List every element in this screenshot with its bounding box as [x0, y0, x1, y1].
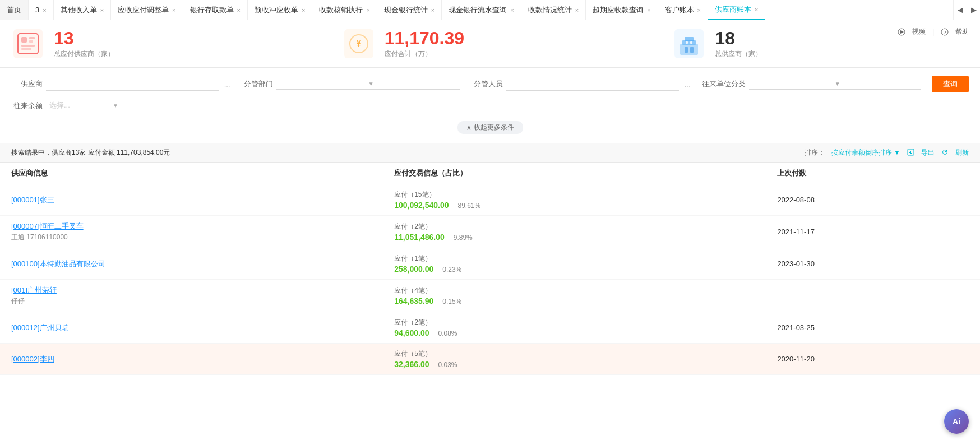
pay-info-3: 应付（1笔） 258,000.00 0.23%: [394, 254, 777, 274]
sort-select[interactable]: 按应付余额倒序排序 ▼: [831, 148, 900, 157]
stat-number-2: 11,170.39: [385, 29, 464, 47]
supplier-dots[interactable]: ...: [224, 80, 230, 89]
supplier-input[interactable]: [46, 77, 219, 91]
stat-block-1: 13 总应付供应商（家）: [11, 27, 308, 61]
result-actions: 排序： 按应付余额倒序排序 ▼ 导出 刷新: [805, 148, 969, 157]
stat-divider-1: [325, 27, 325, 61]
supplier-info-2: [000007]恒旺二手叉车 王通 17106110000: [11, 221, 394, 242]
svg-text:¥: ¥: [356, 39, 361, 48]
dept-select[interactable]: ▼: [276, 78, 461, 90]
ai-button[interactable]: Ai: [944, 409, 969, 434]
svg-text:?: ?: [943, 30, 946, 35]
nav-customer-ledger[interactable]: 客户账本 ×: [658, 0, 708, 20]
nav-next-arrow[interactable]: ▶: [967, 0, 980, 20]
nav-bank-deposit[interactable]: 银行存取款单 ×: [183, 0, 248, 20]
svg-rect-13: [685, 37, 694, 41]
svg-rect-15: [690, 47, 694, 53]
supplier-info-3: [000100]本特勤油品有限公司: [11, 259, 394, 269]
last-pay-2: 2021-11-17: [777, 228, 969, 236]
nav-collect-stat[interactable]: 收款情况统计 ×: [521, 0, 586, 20]
nav-other-income[interactable]: 其他收入单 ×: [54, 0, 111, 20]
close-icon[interactable]: ×: [755, 6, 758, 13]
collapse-label: 收起更多条件: [474, 123, 514, 132]
supplier-link-4[interactable]: [001]广州荣轩: [11, 285, 394, 295]
sort-arrow-icon: ▼: [894, 149, 900, 156]
supplier-link-3[interactable]: [000100]本特勤油品有限公司: [11, 259, 394, 269]
dept-label: 分管部门: [242, 79, 273, 89]
supplier-link-1[interactable]: [000001]张三: [11, 195, 394, 205]
nav-arrows: ◀ ▶: [953, 0, 980, 20]
close-icon[interactable]: ×: [172, 7, 175, 13]
help-btn[interactable]: 帮助: [955, 27, 969, 36]
refresh-button[interactable]: 刷新: [955, 148, 969, 157]
balance-value: 选择...: [49, 100, 113, 110]
stat-number-1: 13: [54, 29, 114, 47]
pay-label-1: 应付（15笔）: [394, 190, 777, 200]
balance-select[interactable]: 选择... ▼: [46, 98, 179, 113]
pay-percent-3: 0.23%: [442, 266, 461, 274]
dept-field: 分管部门 ▼: [242, 78, 461, 90]
supplier-label: 供应商: [11, 79, 43, 89]
nav-tab-3[interactable]: 3 ×: [29, 0, 54, 20]
table-row[interactable]: [001]广州荣轩 仔仔 应付（4笔） 164,635.90 0.15%: [0, 280, 980, 312]
header-actions: 视频 | ? 帮助: [898, 27, 969, 36]
close-icon[interactable]: ×: [510, 7, 514, 13]
nav-ar-ap-adjust[interactable]: 应收应付调整单 ×: [111, 0, 183, 20]
supplier-link-6[interactable]: [000002]李四: [11, 354, 394, 364]
nav-advance-collect[interactable]: 预收冲应收单 ×: [248, 0, 312, 20]
table-row[interactable]: [000012]广州贝瑞 应付（2笔） 94,600.00 0.08% 2021…: [0, 312, 980, 344]
person-field: 分管人员 ...: [471, 77, 691, 91]
nav-home[interactable]: 首页: [0, 0, 29, 20]
unit-category-select[interactable]: ▼: [749, 78, 921, 90]
video-btn[interactable]: 视频: [912, 27, 926, 36]
table-row[interactable]: [000100]本特勤油品有限公司 应付（1笔） 258,000.00 0.23…: [0, 248, 980, 280]
last-pay-6: 2020-11-20: [777, 355, 969, 363]
unit-category-label: 往来单位分类: [702, 79, 746, 89]
export-button[interactable]: 导出: [921, 148, 935, 157]
pay-amount-row-6: 32,366.00 0.03%: [394, 360, 777, 369]
nav-overdue-query[interactable]: 超期应收款查询 ×: [586, 0, 658, 20]
close-icon[interactable]: ×: [366, 7, 369, 13]
stat-content-3: 18 总供应商（家）: [715, 29, 762, 59]
nav-cash-bank-stat[interactable]: 现金银行统计 ×: [377, 0, 442, 20]
pay-label-3: 应付（1笔）: [394, 254, 777, 263]
result-summary: 搜索结果中，供应商13家 应付金额 111,703,854.00元: [11, 149, 170, 156]
balance-label: 往来余额: [11, 101, 43, 111]
nav-cash-bank-flow[interactable]: 现金银行流水查询 ×: [442, 0, 521, 20]
supplier-link-5[interactable]: [000012]广州贝瑞: [11, 323, 394, 333]
last-pay-1: 2022-08-08: [777, 196, 969, 204]
close-icon[interactable]: ×: [237, 7, 241, 13]
pay-percent-5: 0.08%: [438, 330, 457, 337]
svg-rect-5: [21, 45, 35, 47]
nav-collect-verify[interactable]: 收款核销执行 ×: [312, 0, 377, 20]
pay-label-4: 应付（4笔）: [394, 286, 777, 295]
close-icon[interactable]: ×: [575, 7, 579, 13]
collapse-button[interactable]: ∧ 收起更多条件: [457, 121, 523, 134]
nav-prev-arrow[interactable]: ◀: [953, 0, 967, 20]
pay-amount-6: 32,366.00: [394, 360, 429, 369]
nav-supplier-ledger[interactable]: 供应商账本 ×: [708, 0, 765, 20]
person-input[interactable]: [506, 77, 679, 91]
result-bar: 搜索结果中，供应商13家 应付金额 111,703,854.00元 排序： 按应…: [0, 143, 980, 163]
svg-rect-3: [29, 37, 35, 39]
close-icon[interactable]: ×: [431, 7, 434, 13]
close-icon[interactable]: ×: [43, 7, 46, 13]
pay-info-4: 应付（4笔） 164,635.90 0.15%: [394, 286, 777, 305]
balance-dropdown-icon: ▼: [113, 103, 176, 109]
pay-amount-1: 100,092,540.00: [394, 201, 449, 210]
table-row[interactable]: [000007]恒旺二手叉车 王通 17106110000 应付（2笔） 11,…: [0, 216, 980, 248]
supplier-payable-icon: [11, 27, 45, 61]
table-row[interactable]: [000002]李四 应付（5笔） 32,366.00 0.03% 2020-1…: [0, 344, 980, 375]
refresh-icon: [941, 149, 949, 157]
person-dots[interactable]: ...: [685, 80, 691, 89]
table-row[interactable]: [000001]张三 应付（15笔） 100,092,540.00 89.61%…: [0, 184, 980, 216]
close-icon[interactable]: ×: [302, 7, 305, 13]
query-button[interactable]: 查询: [932, 76, 969, 92]
supplier-link-2[interactable]: [000007]恒旺二手叉车: [11, 221, 394, 231]
close-icon[interactable]: ×: [697, 7, 701, 13]
close-icon[interactable]: ×: [647, 7, 650, 13]
dept-dropdown-icon: ▼: [368, 81, 457, 87]
nav-bar: 首页 3 × 其他收入单 × 应收应付调整单 × 银行存取款单 × 预收冲应收单…: [0, 0, 980, 20]
close-icon[interactable]: ×: [100, 7, 104, 13]
payable-total-icon: ¥: [342, 27, 376, 61]
